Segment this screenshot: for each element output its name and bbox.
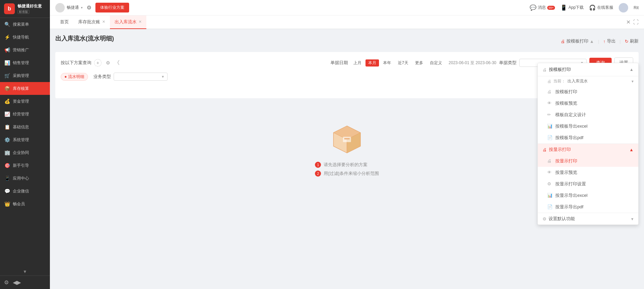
sidebar-item-label: 销售管理	[13, 60, 29, 66]
member-icon: 👑	[4, 201, 10, 207]
date-btn-last-month[interactable]: 上月	[351, 59, 364, 67]
export-action[interactable]: ↑ 导出	[603, 38, 616, 44]
sidebar-item-inventory[interactable]: 📦 库存核算	[0, 82, 50, 95]
tab-close-batch[interactable]: ✕	[102, 20, 105, 24]
date-range-text: 2023-06-01 至 2023-06-30	[449, 60, 496, 66]
tab-label: 出入库流水	[115, 19, 137, 25]
sidebar-item-wechat[interactable]: 💬 企业微信	[0, 185, 50, 198]
sidebar-item-label: 库存核算	[13, 86, 29, 91]
display-preview-icon: 👁	[547, 170, 553, 175]
guide-icon: 🎯	[4, 162, 10, 168]
user-avatar-top[interactable]	[619, 3, 628, 12]
topbar-gear-icon[interactable]: ⚙	[85, 3, 93, 12]
tab-home[interactable]: 首页	[55, 16, 74, 29]
user-name: 畅捷通	[67, 5, 79, 10]
panel-footer[interactable]: ⚙ 设置默认功能 ▾	[538, 213, 638, 225]
filter-collapse-left-button[interactable]: 《	[114, 59, 120, 67]
display-section-label: 按显示打印	[549, 147, 571, 153]
tab-close-flow[interactable]: ✕	[139, 20, 142, 24]
filter-tag-label: 流水明细	[68, 74, 84, 80]
sidebar-item-app-center[interactable]: 📱 应用中心	[0, 172, 50, 185]
panel-collapse-button[interactable]: ▲	[630, 67, 634, 72]
collapse-sidebar-icon[interactable]: ◀▶	[13, 279, 21, 286]
panel-item-display-print[interactable]: 🖨 按显示打印	[538, 155, 638, 167]
sidebar-item-system[interactable]: ⚙️ 系统管理	[0, 133, 50, 146]
panel-item-template-print[interactable]: 🖨 按模板打印	[538, 86, 638, 98]
panel-header: 🖨 按模板打印 ▲	[538, 63, 638, 76]
tab-flow[interactable]: 出入库流水 ✕	[110, 16, 146, 29]
sidebar-item-operations[interactable]: 📈 经营管理	[0, 108, 50, 121]
sidebar-item-sales[interactable]: 📊 销售管理	[0, 56, 50, 69]
empty-step-1: 1 请先选择要分析的方案	[315, 162, 379, 168]
panel-item-template-pdf[interactable]: 📄 按模板导出pdf	[538, 132, 638, 143]
panel-item-template-excel[interactable]: 📊 按模板导出excel	[538, 121, 638, 132]
search-icon: 🔍	[4, 21, 10, 27]
business-type-dropdown[interactable]: ▾	[114, 73, 168, 81]
message-badge: 99+	[547, 6, 555, 10]
sidebar-item-marketing[interactable]: 📢 营销推广	[0, 44, 50, 56]
print-dropdown-panel: 🖨 按模板打印 ▲ 🖨 当前： 出入库流水 ▾ 🖨 按模板打印	[537, 63, 639, 225]
print-icon: 🖨	[561, 39, 565, 44]
sidebar-item-guide[interactable]: 🎯 新手引导	[0, 159, 50, 172]
message-icon: 💬	[530, 4, 536, 11]
panel-item-template-preview[interactable]: 👁 按模板预览	[538, 98, 638, 109]
filter-tag-flow[interactable]: ● 流水明细	[61, 73, 88, 81]
message-label: 消息	[538, 5, 546, 10]
filter-gear-button[interactable]: ⚙	[104, 59, 112, 67]
basic-icon: 📋	[4, 124, 10, 130]
sidebar-item-basic[interactable]: 📋 基础信息	[0, 121, 50, 133]
sidebar-item-label: 快捷导航	[13, 34, 29, 40]
refresh-icon: ↻	[625, 39, 628, 44]
message-action[interactable]: 💬 消息 99+	[530, 4, 555, 11]
footer-arrow: ▾	[631, 216, 634, 221]
panel-item-display-excel[interactable]: 📊 按显示导出excel	[538, 190, 638, 201]
panel-item-display-pdf[interactable]: 📄 按显示导出pdf	[538, 201, 638, 213]
trial-button[interactable]: 体验行业方案	[95, 3, 129, 12]
sidebar-scroll-down[interactable]: ▼	[0, 268, 50, 275]
maximize-window-icon[interactable]: ⛶	[633, 19, 639, 25]
sidebar-item-quick-nav[interactable]: ⚡ 快捷导航	[0, 31, 50, 44]
sidebar-item-member[interactable]: 👑 畅会员	[0, 198, 50, 210]
panel-item-label: 按显示打印设置	[555, 181, 586, 187]
filter-add-button[interactable]: +	[94, 59, 101, 67]
service-icon: 🎧	[589, 4, 596, 11]
panel-item-template-design[interactable]: ✏ 模板自定义设计	[538, 109, 638, 121]
panel-item-label: 按显示打印	[555, 158, 577, 164]
current-option: 🖨 当前： 出入库流水 ▾	[538, 76, 638, 86]
date-btn-last-7days[interactable]: 近7天	[395, 59, 411, 67]
date-btn-custom[interactable]: 自定义	[427, 59, 445, 67]
current-value: 出入库流水	[567, 78, 588, 84]
step-1-num: 1	[315, 162, 321, 168]
display-pdf-icon: 📄	[547, 204, 553, 210]
tab-batch-account[interactable]: 库存批次账 ✕	[74, 16, 110, 29]
tab-label: 库存批次账	[78, 19, 100, 25]
display-section-header[interactable]: 🖨 按显示打印 ▲	[538, 144, 638, 155]
sidebar-item-purchase[interactable]: 🛒 采购管理	[0, 69, 50, 82]
date-btn-more[interactable]: 更多	[412, 59, 426, 67]
refresh-action[interactable]: ↻ 刷新	[625, 38, 639, 44]
sidebar-item-finance[interactable]: 💰 资金管理	[0, 95, 50, 108]
sidebar-logo: b 畅捷通好生意 标准版	[0, 0, 50, 18]
sidebar-nav: 🔍 搜索菜单 ⚡ 快捷导航 📢 营销推广 📊 销售管理 🛒 采购管理 📦 库存核…	[0, 18, 50, 268]
print-label: 按模板打印	[566, 38, 588, 44]
settings-icon[interactable]: ⚙	[4, 279, 9, 286]
date-btn-this-month[interactable]: 本月	[365, 59, 379, 67]
online-service-action[interactable]: 🎧 在线客服	[589, 4, 613, 11]
display-section-arrow: ▲	[629, 147, 634, 152]
panel-item-display-settings[interactable]: ⚙ 按显示打印设置	[538, 178, 638, 190]
date-filter-field: 单据日期 上月 本月 本年 近7天 更多 自定义 2023-06-01 至 20…	[330, 59, 496, 67]
sidebar-item-search[interactable]: 🔍 搜索菜单	[0, 18, 50, 31]
topbar-user-name: Rit	[634, 5, 639, 10]
topbar-user[interactable]: 畅捷通 ▾	[55, 3, 83, 12]
app-download-label: App下载	[568, 5, 584, 10]
empty-illustration	[330, 123, 364, 156]
sidebar-item-enterprise[interactable]: 🏢 企业协同	[0, 146, 50, 159]
display-print-icon: 🖨	[547, 158, 553, 164]
app-download-action[interactable]: 📱 App下载	[560, 4, 584, 11]
print-action[interactable]: 🖨 按模板打印 ▲	[561, 38, 594, 44]
wechat-icon: 💬	[4, 188, 10, 194]
date-btn-this-year[interactable]: 本年	[380, 59, 394, 67]
panel-item-display-preview[interactable]: 👁 按显示预览	[538, 167, 638, 178]
close-window-icon[interactable]: ✕	[626, 19, 631, 25]
sidebar-item-label: 营销推广	[13, 47, 29, 53]
